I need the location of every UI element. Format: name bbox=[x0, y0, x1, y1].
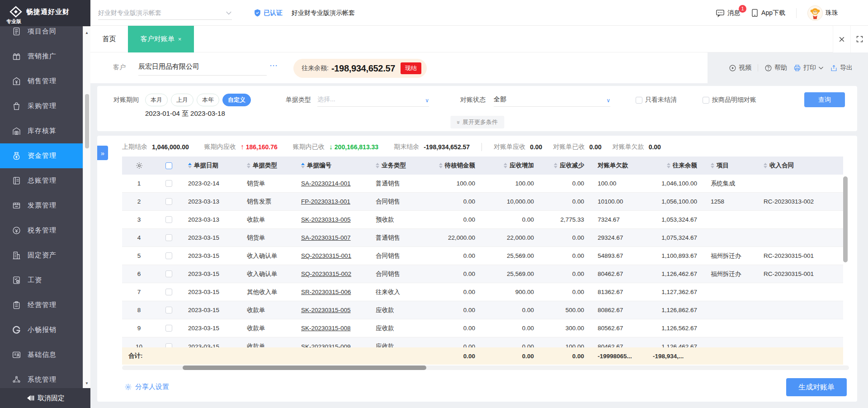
row-checkbox[interactable] bbox=[165, 180, 172, 187]
row-checkbox[interactable] bbox=[165, 289, 172, 295]
period-pill-custom[interactable]: 自定义 bbox=[222, 94, 251, 106]
sort-icon[interactable] bbox=[667, 163, 670, 168]
app-download-button[interactable]: App下载 bbox=[751, 9, 785, 17]
period-pill-本年[interactable]: 本年 bbox=[197, 94, 219, 106]
expand-more-button[interactable]: » 展开更多条件 bbox=[450, 116, 504, 128]
close-tab-button[interactable] bbox=[833, 26, 850, 52]
scroll-up-icon[interactable]: ▲ bbox=[83, 31, 90, 35]
sort-icon[interactable] bbox=[301, 163, 305, 168]
doc-number-link[interactable]: SA-20230214-001 bbox=[301, 180, 351, 187]
sidebar-scrollbar[interactable]: ▲ ▼ bbox=[83, 26, 90, 388]
doc-number-link[interactable]: SK-20230315-008 bbox=[301, 325, 351, 332]
period-pill-本月[interactable]: 本月 bbox=[145, 94, 168, 106]
scroll-down-icon[interactable]: ▼ bbox=[83, 381, 90, 385]
table-row[interactable]: 92023-03-15收款单SK-20230315-008应收款0.000.00… bbox=[122, 319, 843, 337]
more-options-icon[interactable]: ⋯ bbox=[269, 61, 278, 71]
help-button[interactable]: 帮助 bbox=[764, 64, 787, 72]
sidebar-item-工资[interactable]: 工资 bbox=[0, 268, 83, 293]
table-row[interactable]: 82023-03-15收款单SK-20230315-005应收款0.000.00… bbox=[122, 301, 843, 319]
doc-number-link[interactable]: SK-20230313-005 bbox=[301, 216, 351, 223]
table-row[interactable]: 32023-03-13收款单SK-20230313-005预收款0.000.00… bbox=[122, 211, 843, 229]
sidebar-item-采购管理[interactable]: 采购管理 bbox=[0, 94, 83, 119]
table-row[interactable]: 102023-03-15收款单SK-20230315-009应收款0.000.0… bbox=[122, 337, 843, 347]
column-header-label[interactable]: 应收增加 bbox=[509, 161, 534, 170]
vertical-scroll-thumb[interactable] bbox=[843, 176, 848, 262]
fullscreen-button[interactable] bbox=[850, 26, 868, 52]
generate-statement-button[interactable]: 生成对账单 bbox=[786, 378, 847, 396]
messages-button[interactable]: 消息 1 bbox=[716, 9, 740, 17]
doc-number-link[interactable]: SQ-20230315-001 bbox=[301, 252, 351, 259]
sidebar-item-资金管理[interactable]: 资金管理 bbox=[0, 143, 83, 168]
column-header-label[interactable]: 应收减少 bbox=[560, 161, 584, 170]
select-all-checkbox[interactable] bbox=[165, 162, 172, 169]
sidebar-item-库存核算[interactable]: 库存核算 bbox=[0, 119, 83, 143]
sidebar-item-小畅报销[interactable]: 小畅报销 bbox=[0, 318, 83, 342]
sort-icon[interactable] bbox=[504, 163, 507, 168]
sidebar-item-营销推广[interactable]: 营销推广 bbox=[0, 44, 83, 69]
row-checkbox[interactable] bbox=[165, 325, 172, 332]
share-settings-button[interactable]: 分享人设置 bbox=[124, 383, 169, 391]
settle-now-button[interactable]: 现结 bbox=[401, 62, 421, 74]
expand-side-panel-button[interactable]: » bbox=[97, 146, 108, 160]
sidebar-item-销售管理[interactable]: 销售管理 bbox=[0, 69, 83, 94]
sidebar-item-项目合同[interactable]: 项目合同 bbox=[0, 26, 83, 44]
by-product-checkbox[interactable] bbox=[703, 97, 709, 104]
table-row[interactable]: 22023-03-13销售发票FP-20230313-001合同销售0.0010… bbox=[122, 193, 843, 211]
column-header-label[interactable]: 对账单欠款 bbox=[598, 161, 628, 170]
row-checkbox[interactable] bbox=[165, 270, 172, 277]
sidebar-item-固定资产[interactable]: 固定资产 bbox=[0, 243, 83, 268]
customer-name-select[interactable]: 辰宏日用品有限公司 bbox=[138, 62, 267, 76]
doc-number-link[interactable]: SR-20230315-006 bbox=[301, 289, 351, 295]
sidebar-item-发票管理[interactable]: 发票管理 bbox=[0, 193, 83, 218]
row-checkbox[interactable] bbox=[165, 234, 172, 241]
column-header-label[interactable]: 待核销金额 bbox=[445, 161, 476, 170]
sidebar-item-系统管理[interactable]: 系统管理 bbox=[0, 367, 83, 388]
column-header-label[interactable]: 项目 bbox=[717, 161, 729, 170]
row-checkbox[interactable] bbox=[165, 252, 172, 259]
sort-icon[interactable] bbox=[376, 163, 379, 168]
sidebar-item-基础信息[interactable]: 基础信息 bbox=[0, 342, 83, 367]
horizontal-scroll-thumb[interactable] bbox=[183, 365, 426, 370]
sort-icon[interactable] bbox=[188, 163, 192, 168]
query-button[interactable]: 查询 bbox=[804, 92, 845, 107]
table-row[interactable]: 52023-03-15收入确认单SQ-20230315-001合同销售0.002… bbox=[122, 247, 843, 265]
row-checkbox[interactable] bbox=[165, 216, 172, 223]
print-button[interactable]: 打印 bbox=[793, 64, 824, 72]
sort-icon[interactable] bbox=[247, 163, 250, 168]
tab-close-icon[interactable]: × bbox=[178, 36, 182, 43]
video-button[interactable]: 视频 bbox=[729, 64, 751, 72]
tab-home[interactable]: 首页 bbox=[90, 26, 128, 52]
sort-icon[interactable] bbox=[554, 163, 557, 168]
sort-icon[interactable] bbox=[764, 163, 767, 168]
row-checkbox[interactable] bbox=[165, 307, 172, 313]
sidebar-item-总账管理[interactable]: 总账管理 bbox=[0, 168, 83, 193]
sidebar-scroll-thumb[interactable] bbox=[85, 94, 89, 148]
date-range-value[interactable]: 2023-01-04 至 2023-03-18 bbox=[145, 109, 225, 118]
column-header-label[interactable]: 收入合同 bbox=[769, 161, 794, 170]
sort-icon[interactable] bbox=[439, 163, 443, 168]
doc-type-select[interactable]: 选择... ∨ bbox=[317, 92, 429, 107]
period-pill-上月[interactable]: 上月 bbox=[171, 94, 193, 106]
doc-number-link[interactable]: SQ-20230315-002 bbox=[301, 270, 351, 277]
row-checkbox[interactable] bbox=[165, 198, 172, 205]
table-row[interactable]: 42023-03-15销货单SA-20230315-007普通销售22,000.… bbox=[122, 229, 843, 247]
account-set-select[interactable]: 好业财专业版演示帐套 bbox=[98, 6, 232, 20]
sidebar-unpin-button[interactable]: 取消固定 bbox=[0, 388, 90, 408]
user-menu[interactable]: 珠珠 bbox=[807, 5, 838, 21]
column-header-label[interactable]: 业务类型 bbox=[382, 161, 406, 170]
column-settings-gear-icon[interactable] bbox=[135, 161, 143, 170]
sidebar-item-经营管理[interactable]: 经营管理 bbox=[0, 293, 83, 318]
by-product-checkbox-row[interactable]: 按商品明细对账 bbox=[703, 96, 756, 104]
table-row[interactable]: 72023-03-15其他收入单SR-20230315-006往来收入0.009… bbox=[122, 283, 843, 301]
doc-number-link[interactable]: SK-20230315-005 bbox=[301, 307, 351, 313]
sidebar-item-税务管理[interactable]: 税务管理 bbox=[0, 218, 83, 243]
tab-customer-statement[interactable]: 客户对账单 × bbox=[128, 26, 194, 52]
table-row[interactable]: 12023-02-14销货单SA-20230214-001普通销售100.001… bbox=[122, 175, 843, 193]
doc-number-link[interactable]: FP-20230313-001 bbox=[301, 198, 350, 205]
table-row[interactable]: 62023-03-15收入确认单SQ-20230315-002合同销售0.002… bbox=[122, 265, 843, 283]
export-button[interactable]: 导出 bbox=[830, 64, 853, 72]
column-header-label[interactable]: 往来余额 bbox=[673, 161, 697, 170]
sort-icon[interactable] bbox=[711, 163, 714, 168]
column-header-label[interactable]: 单据编号 bbox=[307, 161, 331, 170]
unsettled-checkbox-row[interactable]: 只看未结清 bbox=[636, 96, 677, 104]
